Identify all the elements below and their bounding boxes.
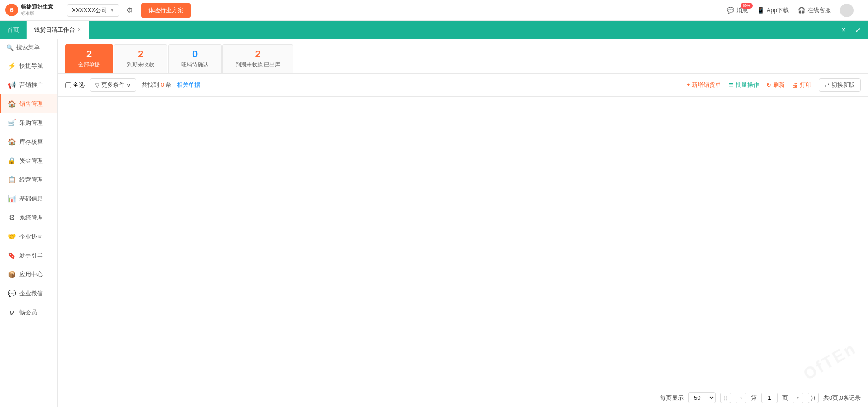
sidebar-item-inventory[interactable]: 🏠 库存核算 — [0, 132, 57, 151]
data-table-area — [58, 97, 868, 388]
app-download-button[interactable]: 📱 App下载 — [757, 6, 789, 14]
toolbar: 全选 ▽ 更多条件 ∨ 共找到 0 条 相关单据 + 新增销货单 ☰ 批量操作 — [58, 74, 868, 97]
tab-workbench[interactable]: 钱货日清工作台 × — [27, 21, 89, 39]
stat-tab-overdue[interactable]: 2 到期未收款 — [114, 44, 167, 73]
tab-window-controls: × ⤢ — [838, 24, 868, 35]
stat-label-overdue: 到期未收款 — [127, 61, 154, 69]
found-number: 0 — [161, 81, 164, 88]
sidebar-item-system[interactable]: ⚙ 系统管理 — [0, 208, 57, 227]
online-service-button[interactable]: 🎧 在线客服 — [798, 6, 831, 14]
select-all-label: 全选 — [73, 81, 85, 89]
search-menu-button[interactable]: 🔍 搜索菜单 — [0, 39, 57, 56]
page-suffix: 页 — [782, 394, 788, 402]
sidebar-item-label-app-center: 应用中心 — [19, 271, 43, 279]
filter-chevron-icon: ∨ — [127, 82, 131, 89]
system-icon: ⚙ — [8, 214, 16, 222]
page-label: 第 — [751, 394, 757, 402]
refresh-icon: ↻ — [766, 82, 771, 89]
tab-workbench-label: 钱货日清工作台 — [34, 26, 75, 34]
app-title: 畅捷通好生意 — [21, 4, 53, 10]
filter-icon: ▽ — [95, 82, 99, 89]
sidebar-item-weixin[interactable]: 💬 企业微信 — [0, 284, 57, 303]
stat-tab-overdue-out[interactable]: 2 到期未收款 已出库 — [222, 44, 293, 73]
stat-label-all: 全部单据 — [78, 61, 100, 69]
sidebar-item-cooperation[interactable]: 🤝 企业协同 — [0, 227, 57, 246]
sidebar-item-purchase[interactable]: 🛒 采购管理 — [0, 113, 57, 132]
sidebar-item-finance[interactable]: 🔒 资金管理 — [0, 151, 57, 170]
online-service-label: 在线客服 — [807, 6, 831, 14]
last-page-button[interactable]: ⟩⟩ — [808, 393, 819, 403]
new-sales-order-button[interactable]: + 新增销货单 — [687, 81, 721, 89]
sidebar-item-marketing[interactable]: 📢 营销推广 — [0, 75, 57, 94]
batch-operation-button[interactable]: ☰ 批量操作 — [728, 81, 759, 89]
print-label: 打印 — [800, 81, 811, 89]
per-page-label: 每页显示 — [660, 394, 684, 402]
search-icon: 🔍 — [6, 44, 14, 51]
app-download-icon: 📱 — [757, 7, 764, 14]
sidebar-item-quick-nav[interactable]: ⚡ 快捷导航 — [0, 56, 57, 75]
per-page-select[interactable]: 50 10 20 100 — [688, 392, 716, 403]
headset-icon: 🎧 — [798, 7, 805, 14]
toolbar-right: + 新增销货单 ☰ 批量操作 ↻ 刷新 🖨 打印 ⇄ 切换新版 — [687, 78, 861, 92]
pagination-bar: 每页显示 50 10 20 100 ⟨⟨ ＜ 第 页 ＞ ⟩⟩ 共0页,0条记录 — [58, 388, 868, 407]
user-avatar[interactable] — [840, 4, 854, 17]
prev-page-button[interactable]: ＜ — [736, 393, 746, 403]
pagination-summary: 共0页,0条记录 — [823, 394, 861, 402]
batch-icon: ☰ — [728, 82, 734, 89]
sidebar-item-sales[interactable]: 🏠 销售管理 — [0, 94, 57, 113]
switch-icon: ⇄ — [825, 82, 830, 89]
stat-tab-all[interactable]: 2 全部单据 — [65, 44, 113, 73]
member-icon: V — [8, 309, 16, 317]
header-right: 💬 消息 99+ 📱 App下载 🎧 在线客服 — [727, 4, 863, 17]
minimize-button[interactable]: × — [838, 24, 849, 35]
tab-home[interactable]: 首页 — [0, 21, 27, 39]
filter-label: 更多条件 — [101, 81, 125, 89]
company-selector[interactable]: XXXXXX公司 ▼ — [67, 4, 119, 17]
sidebar-item-label-inventory: 库存核算 — [19, 138, 43, 146]
top-header: 6 畅捷通好生意 标准版 XXXXXX公司 ▼ ⚙ 体验行业方案 💬 消息 99… — [0, 0, 868, 21]
select-all-checkbox[interactable]: 全选 — [65, 81, 85, 89]
sidebar-item-guide[interactable]: 🔖 新手引导 — [0, 246, 57, 265]
stat-number-all: 2 — [78, 48, 100, 60]
print-button[interactable]: 🖨 打印 — [792, 81, 811, 89]
switch-label: 切换新版 — [831, 81, 855, 89]
purchase-icon: 🛒 — [8, 119, 16, 127]
sidebar-item-label-marketing: 营销推广 — [19, 81, 43, 89]
page-number-input[interactable] — [761, 393, 778, 403]
sidebar-item-member[interactable]: V 畅会员 — [0, 303, 57, 322]
switch-version-button[interactable]: ⇄ 切换新版 — [819, 78, 861, 92]
sidebar-item-app-center[interactable]: 📦 应用中心 — [0, 265, 57, 284]
sidebar-item-operations[interactable]: 📋 经营管理 — [0, 170, 57, 189]
filter-button[interactable]: ▽ 更多条件 ∨ — [90, 78, 136, 92]
stats-tabs: 2 全部单据 2 到期未收款 0 旺辅待确认 2 到期未收款 已出库 — [58, 39, 868, 74]
next-page-button[interactable]: ＞ — [793, 393, 803, 403]
finance-icon: 🔒 — [8, 157, 16, 165]
sales-icon: 🏠 — [8, 100, 16, 108]
stat-tab-pending[interactable]: 0 旺辅待确认 — [168, 44, 222, 73]
sidebar-item-label-member: 畅会员 — [19, 309, 37, 317]
sidebar-item-label-cooperation: 企业协同 — [19, 233, 43, 241]
trial-button[interactable]: 体验行业方案 — [141, 3, 191, 18]
logo-text: 畅捷通好生意 标准版 — [21, 4, 53, 16]
stat-number-overdue-out: 2 — [236, 48, 280, 60]
tab-close-icon[interactable]: × — [78, 27, 81, 33]
inventory-icon: 🏠 — [8, 138, 16, 146]
settings-button[interactable]: ⚙ — [123, 4, 137, 17]
message-button[interactable]: 💬 消息 99+ — [727, 6, 748, 14]
sidebar-item-base-info[interactable]: 📊 基础信息 — [0, 189, 57, 208]
logo-area: 6 畅捷通好生意 标准版 — [5, 4, 63, 16]
sidebar: 🔍 搜索菜单 ⚡ 快捷导航 📢 营销推广 🏠 销售管理 🛒 采购管理 🏠 库存核… — [0, 39, 58, 407]
maximize-button[interactable]: ⤢ — [853, 24, 863, 35]
first-page-button[interactable]: ⟨⟨ — [720, 393, 731, 403]
sidebar-item-label-guide: 新手引导 — [19, 252, 43, 260]
related-orders-link[interactable]: 相关单据 — [177, 81, 200, 89]
select-all-input[interactable] — [65, 82, 71, 88]
stat-label-overdue-out: 到期未收款 已出库 — [236, 61, 280, 69]
refresh-button[interactable]: ↻ 刷新 — [766, 81, 785, 89]
found-unit: 条 — [165, 81, 171, 88]
sidebar-item-label-system: 系统管理 — [19, 214, 43, 222]
sidebar-item-label-base-info: 基础信息 — [19, 195, 43, 203]
sidebar-item-label-quick-nav: 快捷导航 — [19, 62, 43, 70]
stat-label-pending: 旺辅待确认 — [181, 61, 208, 69]
stat-number-pending: 0 — [181, 48, 208, 60]
